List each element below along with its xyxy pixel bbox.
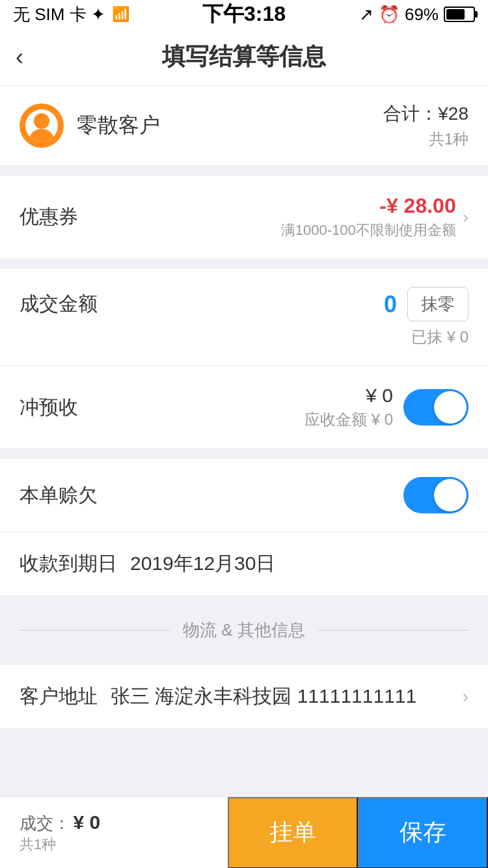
amount-value[interactable]: 0 [384,291,397,318]
coupon-desc: 满1000-100不限制使用金额 [281,221,456,240]
debt-section: 本单赊欠 [0,459,488,532]
amount-section: 成交金额 0 抹零 已抹 ¥ 0 [0,269,488,366]
logistics-line-right [318,630,468,631]
due-date-label: 收款到期日 [20,550,117,577]
customer-count: 共1种 [383,129,468,150]
amount-sub: 已抹 ¥ 0 [20,327,468,347]
debt-toggle-thumb [434,479,467,511]
bottom-deal-amount: ¥ 0 [73,811,100,833]
customer-avatar [20,103,64,148]
coupon-section[interactable]: 优惠券 -¥ 28.00 满1000-100不限制使用金额 › [0,176,488,258]
coupon-right: -¥ 28.00 满1000-100不限制使用金额 › [281,194,468,240]
coupon-amount: -¥ 28.00 [281,194,456,218]
divider-5 [0,655,488,665]
amount-input-area: 0 抹零 [384,287,468,321]
divider-4 [0,595,488,606]
prepay-right: ¥ 0 应收金额 ¥ 0 [305,385,468,430]
logistics-divider: 物流 & 其他信息 [0,606,488,655]
battery-icon [444,7,475,22]
battery-fill [446,9,465,20]
address-chevron-icon: › [463,686,468,707]
address-value: 张三 海淀永丰科技园 11111111111 [111,683,463,710]
customer-name: 零散客户 [77,111,160,140]
due-date-section: 收款到期日 2019年12月30日 [0,532,488,595]
bottom-deal-label: 成交： [20,813,70,833]
divider-1 [0,165,488,176]
customer-right: 合计：¥28 共1种 [383,102,468,150]
battery-tip [475,11,478,18]
prepay-toggle[interactable] [403,389,468,426]
status-bar: 无 SIM 卡 ✦ 📶 下午3:18 ↗ ⏰ 69% [0,0,488,29]
bottom-info: 成交： ¥ 0 共1种 [0,811,228,854]
prepay-main-value: ¥ 0 [305,385,393,407]
prepay-label: 冲预收 [20,394,78,421]
divider-2 [0,258,488,269]
no-sim-text: 无 SIM 卡 ✦ [13,3,105,26]
back-button[interactable]: ‹ [16,44,23,71]
coupon-label: 优惠券 [20,204,78,230]
divider-6 [0,728,488,739]
hang-button[interactable]: 挂单 [228,797,358,869]
amount-label: 成交金额 [20,291,98,318]
bottom-bar: 成交： ¥ 0 共1种 挂单 保存 [0,796,488,868]
round-button[interactable]: 抹零 [407,287,468,321]
status-left: 无 SIM 卡 ✦ 📶 [13,3,129,26]
coupon-values: -¥ 28.00 满1000-100不限制使用金额 [281,194,456,240]
due-date-value: 2019年12月30日 [130,550,275,577]
logistics-label: 物流 & 其他信息 [183,619,305,642]
customer-left: 零散客户 [20,103,160,148]
chevron-right-icon: › [463,207,468,228]
prepay-sub-value: 应收金额 ¥ 0 [305,409,393,430]
debt-toggle[interactable] [403,477,468,513]
avatar-icon [25,109,58,142]
toggle-thumb [434,391,467,424]
divider-3 [0,448,488,459]
alarm-icon: ⏰ [379,5,400,25]
bottom-deal-row: 成交： ¥ 0 [20,811,208,835]
status-time: 下午3:18 [202,0,286,29]
debt-label: 本单赊欠 [20,482,98,509]
amount-top: 成交金额 0 抹零 [20,287,468,321]
wifi-icon: 📶 [112,6,129,23]
prepay-section: 冲预收 ¥ 0 应收金额 ¥ 0 [0,366,488,448]
save-button[interactable]: 保存 [358,797,488,869]
page-title: 填写结算等信息 [162,41,326,73]
battery-percent: 69% [405,5,439,25]
bottom-count: 共1种 [20,835,208,854]
nav-bar: ‹ 填写结算等信息 [0,29,488,86]
address-section[interactable]: 客户地址 张三 海淀永丰科技园 11111111111 › [0,665,488,728]
customer-total: 合计：¥28 [383,102,468,126]
status-right: ↗ ⏰ 69% [359,5,475,25]
avatar-body [29,129,55,142]
address-label: 客户地址 [20,683,98,710]
prepay-values: ¥ 0 应收金额 ¥ 0 [305,385,393,430]
logistics-line-left [20,630,170,631]
location-icon: ↗ [359,5,373,25]
customer-section: 零散客户 合计：¥28 共1种 [0,86,488,165]
content: 零散客户 合计：¥28 共1种 优惠券 -¥ 28.00 满1000-100不限… [0,86,488,817]
avatar-head [34,113,49,129]
